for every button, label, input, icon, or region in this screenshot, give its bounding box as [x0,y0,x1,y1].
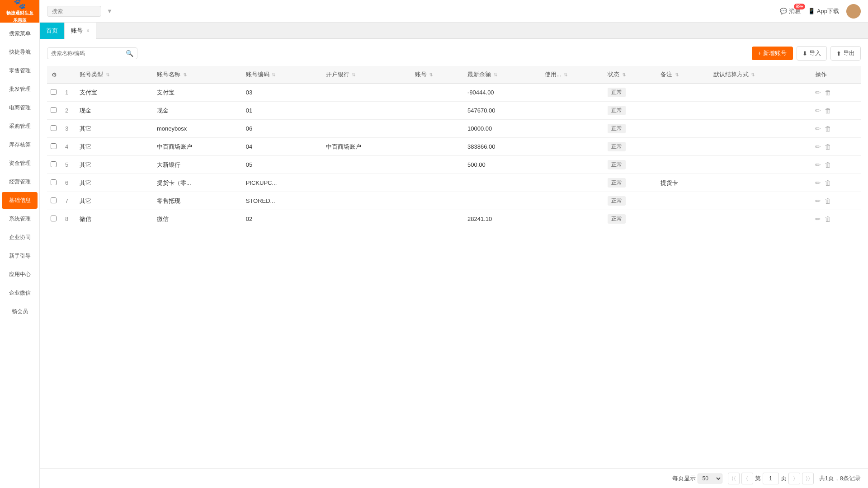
row-checkbox[interactable] [51,216,57,221]
cell-settings [47,174,61,192]
cell-action: ✏🗑 [811,174,861,192]
edit-button[interactable]: ✏ [815,161,821,169]
page-label: 第 [755,474,761,483]
search-box: 🔍 [47,47,137,59]
message-button[interactable]: 💬 消息 99+ [780,7,801,15]
sidebar-item-inventory[interactable]: 库存核算 [2,136,38,153]
action-icons: ✏🗑 [815,179,857,187]
cell-note [657,210,709,228]
sort-default-icon[interactable]: ⇅ [751,72,755,77]
header-dropdown-icon[interactable]: ▼ [107,8,113,14]
search-icon[interactable]: 🔍 [126,50,133,57]
header-search-input[interactable] [47,6,101,17]
edit-button[interactable]: ✏ [815,215,821,223]
sidebar-item-purchase[interactable]: 采购管理 [2,118,38,135]
cell-num: 6 [61,174,76,192]
pager-prev-button[interactable]: ⟨ [741,473,753,484]
sort-balance-icon[interactable]: ⇅ [494,72,497,77]
cell-status: 正常 [604,120,657,138]
delete-button[interactable]: 🗑 [825,197,831,205]
delete-button[interactable]: 🗑 [825,179,831,187]
sidebar-item-wechat[interactable]: 企业微信 [2,285,38,301]
delete-button[interactable]: 🗑 [825,125,831,132]
search-input[interactable] [51,50,126,56]
pager-next-button[interactable]: ⟩ [788,473,800,484]
tab-close-account[interactable]: × [86,28,90,34]
cell-default_payment [710,156,811,174]
sidebar-item-search[interactable]: 搜索菜单 [2,25,38,42]
th-usage: 使用... ⇅ [541,66,604,84]
sidebar-item-ecommerce[interactable]: 电商管理 [2,99,38,116]
pager-first-button[interactable]: ⟨⟨ [728,473,740,484]
sidebar-item-wholesale[interactable]: 批发管理 [2,81,38,98]
cell-default_payment [710,138,811,156]
app-download-button[interactable]: 📱 App下载 [808,7,839,15]
settings-icon[interactable]: ⚙ [52,71,57,78]
cell-account [411,102,464,120]
import-button[interactable]: ⬇ 导入 [797,46,827,61]
tab-account[interactable]: 账号× [65,23,96,39]
action-icons: ✏🗑 [815,89,857,97]
row-checkbox[interactable] [51,107,57,113]
sidebar-item-system[interactable]: 系统管理 [2,211,38,227]
cell-code: 01 [242,102,322,120]
sort-bank-icon[interactable]: ⇅ [352,72,355,77]
cell-num: 7 [61,192,76,210]
action-icons: ✏🗑 [815,125,857,133]
add-account-button[interactable]: + 新增账号 [752,47,793,60]
row-checkbox[interactable] [51,143,57,149]
sidebar-item-enterprise[interactable]: 企业协同 [2,229,38,246]
cell-action: ✏🗑 [811,84,861,102]
edit-button[interactable]: ✏ [815,89,821,97]
page-input[interactable] [763,473,779,484]
sort-name-icon[interactable]: ⇅ [183,72,187,77]
cell-balance: -90444.00 [464,84,541,102]
delete-button[interactable]: 🗑 [825,107,831,114]
row-checkbox[interactable] [51,89,57,95]
header: ▼ 💬 消息 99+ 📱 App下载 [40,0,868,23]
cell-balance [464,192,541,210]
delete-button[interactable]: 🗑 [825,89,831,96]
edit-button[interactable]: ✏ [815,179,821,187]
sort-code-icon[interactable]: ⇅ [272,72,275,77]
delete-button[interactable]: 🗑 [825,161,831,169]
row-checkbox[interactable] [51,125,57,131]
th-type: 账号类型 ⇅ [76,66,153,84]
sidebar-item-capital[interactable]: 资金管理 [2,155,38,172]
sidebar-item-basic[interactable]: 基础信息 [2,192,38,209]
sidebar-item-retail[interactable]: 零售管理 [2,62,38,79]
sort-status-icon[interactable]: ⇅ [622,72,626,77]
edit-button[interactable]: ✏ [815,125,821,133]
sidebar-item-guide[interactable]: 新手引导 [2,248,38,264]
sort-account-icon[interactable]: ⇅ [429,72,433,77]
sort-type-icon[interactable]: ⇅ [106,72,109,77]
app-name: 畅捷通财生意 [6,10,33,16]
action-icons: ✏🗑 [815,107,857,115]
cell-type: 其它 [76,156,153,174]
delete-button[interactable]: 🗑 [825,143,831,150]
header-left: ▼ [47,6,113,17]
export-button[interactable]: ⬆ 导出 [830,46,861,61]
tab-home[interactable]: 首页 [40,23,65,39]
message-badge: 99+ [794,4,805,9]
tab-bar: 首页账号× [40,23,868,39]
page-size-select[interactable]: 50 100 200 [698,474,722,483]
delete-button[interactable]: 🗑 [825,215,831,223]
sort-usage-icon[interactable]: ⇅ [564,72,567,77]
avatar[interactable] [846,4,861,19]
sidebar-item-appcenter[interactable]: 应用中心 [2,266,38,283]
sidebar-item-operation[interactable]: 经营管理 [2,174,38,190]
edit-button[interactable]: ✏ [815,143,821,151]
edit-button[interactable]: ✏ [815,197,821,205]
toolbar: 🔍 + 新增账号 ⬇ 导入 ⬆ 导出 [47,46,861,61]
cell-action: ✏🗑 [811,210,861,228]
edit-button[interactable]: ✏ [815,107,821,115]
row-checkbox[interactable] [51,179,57,185]
cell-type: 现金 [76,102,153,120]
sidebar-item-member[interactable]: 畅会员 [2,303,38,320]
pager-last-button[interactable]: ⟩⟩ [802,473,814,484]
row-checkbox[interactable] [51,161,57,167]
sort-note-icon[interactable]: ⇅ [675,72,679,77]
row-checkbox[interactable] [51,197,57,203]
sidebar-item-shortcut[interactable]: 快捷导航 [2,44,38,61]
